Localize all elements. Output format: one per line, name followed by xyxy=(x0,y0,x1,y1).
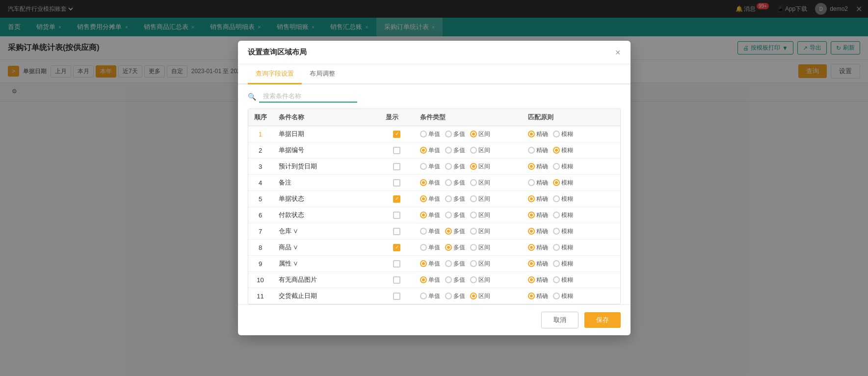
radio-circle xyxy=(420,276,427,283)
radio-type-单值[interactable]: 单值 xyxy=(420,162,440,171)
checkbox[interactable] xyxy=(393,131,400,138)
radio-type-区间[interactable]: 区间 xyxy=(470,195,490,203)
radio-rule-模糊[interactable]: 模糊 xyxy=(553,195,573,203)
cancel-button[interactable]: 取消 xyxy=(541,312,579,328)
radio-type-多值[interactable]: 多值 xyxy=(445,162,465,171)
radio-type-单值[interactable]: 单值 xyxy=(420,195,440,203)
row-num: 3 xyxy=(259,163,262,170)
radio-type-多值[interactable]: 多值 xyxy=(445,227,465,236)
row-rule-radio-group: 精确模糊 xyxy=(522,126,620,142)
radio-type-区间[interactable]: 区间 xyxy=(470,292,490,300)
row-display-checkbox[interactable] xyxy=(380,272,414,288)
radio-label: 精确 xyxy=(536,276,548,284)
radio-rule-精确[interactable]: 精确 xyxy=(528,243,548,252)
checkbox[interactable] xyxy=(393,147,400,154)
radio-type-单值[interactable]: 单值 xyxy=(420,243,440,252)
radio-rule-精确[interactable]: 精确 xyxy=(528,260,548,268)
checkbox[interactable] xyxy=(393,195,400,203)
checkbox[interactable] xyxy=(393,244,400,251)
modal-table: 顺序 条件名称 显示 条件类型 匹配原则 1单据日期单值多值区间精确模糊2单据编… xyxy=(248,109,620,304)
radio-type-区间[interactable]: 区间 xyxy=(470,130,490,138)
radio-rule-模糊[interactable]: 模糊 xyxy=(553,260,573,268)
row-rule-radio-group: 精确模糊 xyxy=(522,256,620,272)
radio-rule-精确[interactable]: 精确 xyxy=(528,276,548,284)
radio-type-区间[interactable]: 区间 xyxy=(470,227,490,236)
checkbox[interactable] xyxy=(393,260,400,268)
row-display-checkbox[interactable] xyxy=(380,256,414,272)
radio-rule-模糊[interactable]: 模糊 xyxy=(553,227,573,236)
radio-label: 区间 xyxy=(478,162,490,171)
checkbox[interactable] xyxy=(393,212,400,219)
save-button[interactable]: 保存 xyxy=(584,312,621,328)
radio-type-区间[interactable]: 区间 xyxy=(470,276,490,284)
radio-type-单值[interactable]: 单值 xyxy=(420,227,440,236)
radio-type-区间[interactable]: 区间 xyxy=(470,146,490,155)
radio-rule-精确[interactable]: 精确 xyxy=(528,130,548,138)
radio-rule-模糊[interactable]: 模糊 xyxy=(553,130,573,138)
radio-type-单值[interactable]: 单值 xyxy=(420,276,440,284)
radio-type-多值[interactable]: 多值 xyxy=(445,260,465,268)
row-display-checkbox[interactable] xyxy=(380,142,414,159)
checkbox[interactable] xyxy=(393,276,400,284)
radio-type-多值[interactable]: 多值 xyxy=(445,211,465,219)
radio-type-多值[interactable]: 多值 xyxy=(445,243,465,252)
radio-label: 模糊 xyxy=(561,276,573,284)
radio-type-单值[interactable]: 单值 xyxy=(420,130,440,138)
radio-circle xyxy=(553,276,560,283)
radio-type-多值[interactable]: 多值 xyxy=(445,130,465,138)
radio-type-单值[interactable]: 单值 xyxy=(420,292,440,300)
radio-rule-精确[interactable]: 精确 xyxy=(528,146,548,155)
checkbox[interactable] xyxy=(393,293,400,300)
radio-rule-精确[interactable]: 精确 xyxy=(528,292,548,300)
radio-label: 单值 xyxy=(428,260,440,268)
radio-rule-模糊[interactable]: 模糊 xyxy=(553,179,573,187)
row-display-checkbox[interactable] xyxy=(380,288,414,304)
row-display-checkbox[interactable] xyxy=(380,191,414,207)
radio-circle xyxy=(445,195,452,202)
row-num: 11 xyxy=(257,293,263,300)
radio-type-多值[interactable]: 多值 xyxy=(445,195,465,203)
radio-type-区间[interactable]: 区间 xyxy=(470,179,490,187)
row-display-checkbox[interactable] xyxy=(380,126,414,142)
modal-search-area: 🔍 xyxy=(238,84,631,108)
radio-type-区间[interactable]: 区间 xyxy=(470,162,490,171)
radio-rule-精确[interactable]: 精确 xyxy=(528,179,548,187)
row-display-checkbox[interactable] xyxy=(380,223,414,240)
radio-type-区间[interactable]: 区间 xyxy=(470,260,490,268)
radio-type-区间[interactable]: 区间 xyxy=(470,243,490,252)
row-display-checkbox[interactable] xyxy=(380,240,414,256)
search-input[interactable] xyxy=(259,90,357,103)
radio-type-单值[interactable]: 单值 xyxy=(420,260,440,268)
radio-rule-精确[interactable]: 精确 xyxy=(528,162,548,171)
row-order-1: 1 xyxy=(248,126,273,142)
radio-rule-模糊[interactable]: 模糊 xyxy=(553,162,573,171)
radio-type-多值[interactable]: 多值 xyxy=(445,179,465,187)
checkbox[interactable] xyxy=(393,163,400,170)
radio-rule-精确[interactable]: 精确 xyxy=(528,195,548,203)
radio-rule-模糊[interactable]: 模糊 xyxy=(553,146,573,155)
radio-rule-精确[interactable]: 精确 xyxy=(528,227,548,236)
checkbox[interactable] xyxy=(393,179,400,187)
radio-label: 单值 xyxy=(428,179,440,187)
checkbox[interactable] xyxy=(393,228,400,235)
radio-type-区间[interactable]: 区间 xyxy=(470,211,490,219)
radio-rule-模糊[interactable]: 模糊 xyxy=(553,243,573,252)
row-display-checkbox[interactable] xyxy=(380,175,414,191)
col-header-type: 条件类型 xyxy=(414,109,522,126)
radio-type-多值[interactable]: 多值 xyxy=(445,146,465,155)
radio-rule-模糊[interactable]: 模糊 xyxy=(553,211,573,219)
row-display-checkbox[interactable] xyxy=(380,159,414,175)
radio-rule-模糊[interactable]: 模糊 xyxy=(553,276,573,284)
modal-tab-layout-adjust[interactable]: 布局调整 xyxy=(302,64,343,84)
modal-tab-field-settings[interactable]: 查询字段设置 xyxy=(248,64,302,84)
radio-type-多值[interactable]: 多值 xyxy=(445,292,465,300)
radio-type-单值[interactable]: 单值 xyxy=(420,211,440,219)
radio-rule-精确[interactable]: 精确 xyxy=(528,211,548,219)
row-display-checkbox[interactable] xyxy=(380,207,414,223)
col-header-display: 显示 xyxy=(380,109,414,126)
radio-type-单值[interactable]: 单值 xyxy=(420,146,440,155)
radio-type-多值[interactable]: 多值 xyxy=(445,276,465,284)
radio-rule-模糊[interactable]: 模糊 xyxy=(553,292,573,300)
modal-close-button[interactable]: × xyxy=(615,48,621,57)
radio-type-单值[interactable]: 单值 xyxy=(420,179,440,187)
